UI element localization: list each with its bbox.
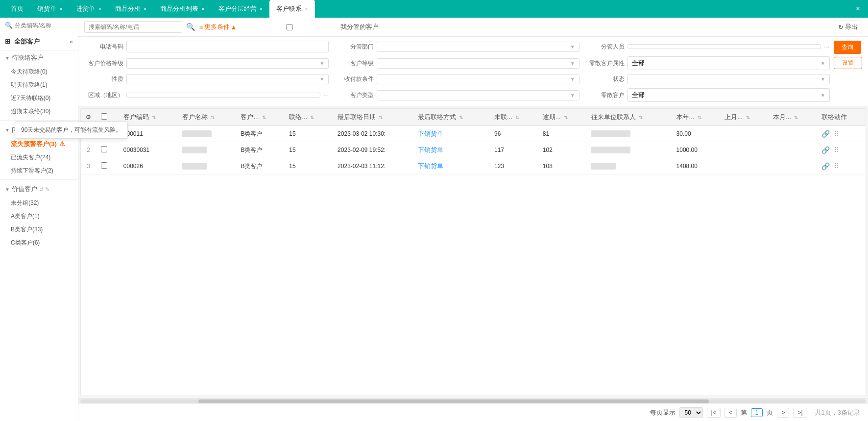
table-row: 2 00030031 B类客户 15 2023-02-09 19:52: 下销货… — [81, 142, 866, 158]
sidebar-search-input[interactable] — [15, 22, 73, 29]
last-contact-way-link[interactable]: 下销货单 — [418, 146, 443, 153]
tab-customer-tier[interactable]: 客户分层经营 × — [212, 0, 269, 18]
my-customers-checkbox[interactable] — [241, 24, 338, 30]
sidebar-item-tomorrow-pending[interactable]: 明天待联络(1) — [0, 78, 78, 92]
price-level-select[interactable]: ▼ — [126, 58, 329, 69]
sidebar-item-churn-warning[interactable]: 流失预警客户(3) ⚠ — [0, 137, 78, 151]
tab-customer-contact[interactable]: 客户联系 × — [269, 0, 314, 18]
sidebar-group-value[interactable]: ▼ 价值客户 ↺ ✎ — [0, 182, 78, 197]
query-button[interactable]: 查询 — [834, 41, 861, 54]
action-link-icon[interactable]: 🔗 — [821, 162, 830, 170]
last-contact-way-link[interactable]: 下销货单 — [418, 162, 443, 170]
action-menu-icon[interactable]: ⠿ — [834, 130, 839, 138]
filter-field-customer-type: 客户类型 ▼ — [335, 90, 579, 100]
select-all-checkbox[interactable] — [101, 113, 107, 120]
action-link-icon[interactable]: 🔗 — [821, 146, 830, 154]
tab-sales-order[interactable]: 销货单 × — [30, 0, 69, 18]
th-name[interactable]: 客户名称 ⇅ — [177, 109, 236, 126]
action-menu-icon[interactable]: ⠿ — [834, 146, 839, 154]
th-last-month[interactable]: 上月... ⇅ — [720, 109, 768, 126]
th-overdue[interactable]: 逾期... ⇅ — [538, 109, 586, 126]
tab-product-analysis-list[interactable]: 商品分析列表 × — [153, 0, 211, 18]
sidebar-item-overdue-uncontacted[interactable]: 逾期未联络(30) — [0, 105, 78, 118]
sort-icon-this-month: ⇅ — [794, 115, 798, 120]
nature-label: 性质 — [84, 75, 123, 83]
row-checkbox[interactable] — [101, 146, 107, 152]
value-group-edit-icon[interactable]: ↺ ✎ — [39, 186, 49, 193]
sort-icon-last-contact-way: ⇅ — [459, 115, 463, 120]
export-button[interactable]: ↻ 导出 — [834, 21, 862, 33]
person-select[interactable] — [627, 44, 821, 49]
filter-field-dept: 分管部门 ▼ — [335, 42, 579, 52]
row-contacts — [586, 158, 672, 174]
th-contact-count[interactable]: 联络... ⇅ — [284, 109, 333, 126]
tab-home[interactable]: 首页 — [4, 0, 30, 18]
person-more-icon[interactable]: ··· — [824, 43, 830, 50]
th-last-contact-way[interactable]: 最后联络方式 ⇅ — [413, 109, 489, 126]
settings-button[interactable]: 设置 — [834, 57, 862, 69]
region-select[interactable] — [126, 93, 320, 98]
dept-select[interactable]: ▼ — [377, 42, 579, 52]
th-last-contact-date[interactable]: 最后联络日期 ⇅ — [333, 109, 413, 126]
customer-type-select[interactable]: ▼ — [377, 90, 579, 100]
per-page-select[interactable]: 50 — [679, 407, 703, 418]
retail-customer-select[interactable]: 全部▼ — [627, 88, 830, 102]
tab-product-analysis[interactable]: 商品分析 × — [108, 0, 153, 18]
filter-bar-right: ↻ 导出 — [834, 21, 862, 33]
sidebar-all-customers[interactable]: ⊞ 全部客户 « — [0, 33, 78, 50]
close-tab-purchase-order[interactable]: × — [98, 6, 101, 12]
sort-icon-contact-count: ⇅ — [310, 115, 314, 120]
sidebar-search-icon: 🔍 — [5, 22, 13, 29]
customer-type-label: 客户类型 — [335, 91, 374, 99]
filter-field-region: 区域（地区） ··· — [84, 91, 329, 99]
table-footer: 每页显示 50 |< < 第 1 页 > >| 共1页，3条记录 — [78, 404, 868, 421]
row-last-contact-way: 下销货单 — [413, 142, 489, 158]
sidebar-item-declining[interactable]: 持续下滑客户(2) — [0, 164, 78, 177]
last-page-btn[interactable]: >| — [793, 408, 807, 418]
more-conditions-btn[interactable]: ≡ 更多条件 ▲ — [199, 23, 237, 31]
close-tab-product-analysis[interactable]: × — [144, 6, 146, 12]
sidebar-item-class-a[interactable]: A类客户(1) — [0, 210, 78, 223]
scrollbar-thumb[interactable] — [198, 399, 709, 403]
sidebar-item-churned[interactable]: 已流失客户(24) — [0, 151, 78, 164]
th-contacts[interactable]: 往来单位联系人 ⇅ — [586, 109, 672, 126]
close-tab-product-analysis-list[interactable]: × — [201, 6, 204, 12]
next-page-btn[interactable]: > — [777, 408, 789, 418]
sidebar-item-7day-pending[interactable]: 近7天待联络(0) — [0, 92, 78, 105]
action-link-icon[interactable]: 🔗 — [821, 130, 830, 138]
th-this-month[interactable]: 本月... ⇅ — [768, 109, 817, 126]
close-tab-customer-contact[interactable]: × — [305, 6, 308, 12]
th-customer-type[interactable]: 客户... ⇅ — [236, 109, 284, 126]
search-input[interactable] — [84, 21, 182, 33]
window-close-icon[interactable]: × — [852, 4, 864, 13]
export-label: 导出 — [845, 23, 858, 31]
close-tab-customer-tier[interactable]: × — [260, 6, 263, 12]
content-area: 🔍 ≡ 更多条件 ▲ 我分管的客户 ↻ 导出 — [78, 18, 868, 421]
sidebar-item-class-c[interactable]: C类客户(6) — [0, 236, 78, 249]
payment-select[interactable]: ▼ — [377, 74, 579, 84]
tab-purchase-order[interactable]: 进货单 × — [69, 0, 108, 18]
tab-product-analysis-label: 商品分析 — [115, 4, 141, 13]
sidebar-group-pending[interactable]: ▼ 待联络客户 — [0, 50, 78, 65]
sidebar-item-ungrouped[interactable]: 未分组(32) — [0, 197, 78, 210]
retail-attr-select[interactable]: 全部▼ — [627, 56, 830, 70]
action-menu-icon[interactable]: ⠿ — [834, 162, 839, 170]
region-more-icon[interactable]: ··· — [323, 91, 329, 99]
sidebar-item-today-pending[interactable]: 今天待联络(0) — [0, 65, 78, 78]
row-name — [177, 126, 236, 142]
first-page-btn[interactable]: |< — [707, 408, 721, 418]
prev-page-btn[interactable]: < — [724, 408, 737, 418]
my-customers-checkbox-area[interactable]: 我分管的客户 — [241, 23, 379, 31]
customer-level-select[interactable]: ▼ — [377, 58, 579, 69]
filter-search-button[interactable]: 🔍 — [186, 23, 195, 31]
row-checkbox[interactable] — [101, 162, 107, 169]
last-contact-way-link[interactable]: 下销货单 — [418, 130, 443, 137]
sidebar-item-class-b[interactable]: B类客户(33) — [0, 223, 78, 236]
th-this-year[interactable]: 本年... ⇅ — [672, 109, 720, 126]
horizontal-scrollbar[interactable] — [78, 398, 868, 404]
nature-select[interactable]: ▼ — [126, 74, 329, 84]
th-uncontacted[interactable]: 未联... ⇅ — [489, 109, 538, 126]
status-select[interactable]: ▼ — [627, 74, 830, 84]
phone-input[interactable] — [126, 41, 329, 52]
close-tab-sales-order[interactable]: × — [59, 6, 62, 12]
